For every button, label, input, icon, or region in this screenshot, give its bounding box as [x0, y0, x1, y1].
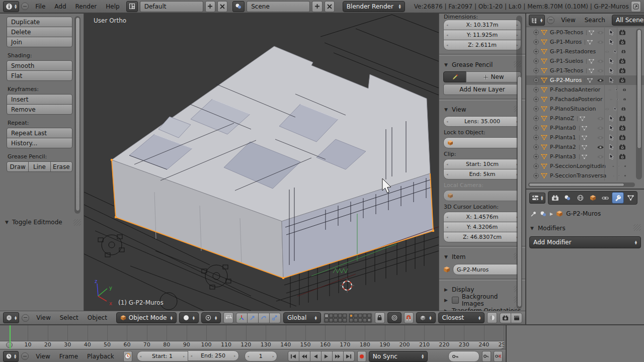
view-panel-header[interactable]: ▼ View [443, 104, 521, 115]
toolshelf-button-erase[interactable]: Erase [50, 161, 72, 172]
layers-grid-2[interactable] [349, 314, 371, 322]
item-panel-header[interactable]: ▼ Item [443, 251, 521, 262]
visibility-eye-icon[interactable] [608, 87, 612, 93]
expand-icon[interactable] [533, 144, 539, 150]
visibility-eye-icon[interactable] [597, 116, 604, 121]
outliner-row[interactable]: G-P1-Techos [526, 66, 644, 75]
timeline-menu-playback[interactable]: Playback [83, 353, 119, 360]
outliner-row[interactable]: P-Planta1 [526, 133, 644, 142]
grease-pencil-panel-header[interactable]: ▼ Grease Pencil [443, 59, 521, 70]
outliner-item-label[interactable]: P-FachadaPosterior [550, 96, 603, 103]
render-engine-dropdown[interactable]: Blender Render▲▼ [343, 1, 405, 12]
toolshelf-button-remove[interactable]: Remove [7, 104, 72, 115]
scene-icon[interactable] [540, 211, 547, 217]
visibility-eye-icon[interactable] [605, 49, 609, 54]
grease-pencil-draw-mode-button[interactable] [443, 71, 466, 82]
expand-icon[interactable] [533, 49, 539, 54]
renderable-camera-icon[interactable] [619, 154, 626, 159]
renderable-camera-icon[interactable] [619, 144, 626, 150]
scene-icon-button[interactable] [232, 1, 245, 12]
renderable-camera-icon[interactable] [623, 97, 626, 102]
editor-type-selector[interactable]: ▲▼ [3, 351, 19, 362]
outliner-item-label[interactable]: P-Planta2 [550, 144, 576, 150]
jump-to-end-button[interactable] [343, 351, 355, 361]
viewport-3d-scene[interactable]: z y x [84, 14, 439, 311]
toolshelf-button-repeatlast[interactable]: Repeat Last [7, 128, 72, 138]
expand-icon[interactable] [533, 106, 539, 112]
outliner-row[interactable]: G-P2-Muros [526, 75, 644, 85]
current-frame-field[interactable]: 1 [245, 351, 277, 361]
renderable-camera-icon[interactable] [619, 135, 626, 140]
scale-manipulator-button[interactable] [269, 313, 281, 323]
expand-icon[interactable] [533, 77, 539, 83]
background-images-panel-header[interactable]: ▶ Background Images [443, 295, 521, 305]
tab-object[interactable] [587, 192, 599, 204]
pulldown-collapse-icon[interactable] [21, 3, 29, 10]
editor-type-selector[interactable]: ▲▼ [529, 193, 545, 204]
play-reverse-button[interactable] [310, 351, 321, 361]
selectable-arrow-icon[interactable] [608, 58, 614, 64]
visibility-eye-icon[interactable] [597, 59, 604, 64]
dimension-z-field[interactable]: Z: 2.611m [443, 40, 521, 50]
visibility-eye-icon[interactable] [597, 78, 604, 83]
outliner-menu-view[interactable]: View [556, 17, 580, 24]
timeline-menu-view[interactable]: View [31, 353, 54, 360]
expand-icon[interactable] [533, 125, 539, 131]
display-scope-dropdown[interactable]: All Scenes▲▼ [612, 15, 644, 26]
clip-end-field[interactable]: End: 5km [443, 169, 521, 179]
outliner-item-label[interactable]: P-Planta0 [550, 125, 576, 131]
selectable-arrow-icon[interactable] [608, 153, 614, 160]
expand-icon[interactable] [533, 68, 539, 73]
pivot-point-dropdown[interactable]: ▲▼ [201, 312, 221, 323]
visibility-eye-icon[interactable] [597, 40, 604, 45]
outliner-item-label[interactable]: P-FachadaAnterior [550, 86, 600, 93]
selectable-arrow-icon[interactable] [608, 29, 614, 36]
viewport-menu-object[interactable]: Object [83, 314, 112, 321]
visibility-eye-icon[interactable] [613, 173, 614, 178]
outliner-row[interactable]: P-PlanoZ [526, 114, 644, 123]
selectable-arrow-icon[interactable] [608, 39, 614, 45]
outliner-row[interactable]: G-P1-Suelos [526, 56, 644, 66]
visibility-eye-icon[interactable] [612, 164, 614, 169]
viewport-menu-view[interactable]: View [32, 314, 55, 321]
delete-layout-button[interactable] [217, 1, 227, 12]
layers-grid-1[interactable] [325, 314, 347, 322]
expand-icon[interactable] [533, 30, 539, 35]
visibility-eye-icon[interactable] [597, 154, 604, 159]
toolshelf-button-line[interactable]: Line [28, 161, 50, 172]
renderable-camera-icon[interactable] [621, 106, 626, 112]
add-layout-button[interactable] [205, 1, 215, 12]
background-images-checkbox[interactable] [452, 297, 459, 304]
add-modifier-dropdown[interactable]: Add Modifier▲▼ [529, 236, 641, 248]
outliner-item-label[interactable]: P-Planta1 [550, 134, 576, 141]
outliner-item-label[interactable]: P-SeccionTransversa [550, 172, 606, 179]
insert-keyframe-button[interactable] [482, 351, 491, 362]
viewport-shading-dropdown[interactable]: ▲▼ [179, 312, 199, 323]
outliner-row[interactable]: P-SeccionLongitudin [526, 161, 644, 171]
outliner-item-label[interactable]: G-P1-Muros [550, 39, 582, 45]
proportional-edit-dropdown[interactable] [387, 312, 401, 323]
panel-grip[interactable] [633, 224, 641, 231]
pulldown-collapse-icon[interactable] [21, 352, 29, 360]
transform-orientation-dropdown[interactable]: Global▲▼ [283, 312, 321, 323]
toolshelf-button-duplicate[interactable]: Duplicate [7, 17, 72, 27]
menu-add[interactable]: Add [50, 3, 70, 10]
lock-object-field[interactable] [443, 137, 521, 148]
grease-pencil-new-button[interactable]: New [466, 71, 521, 82]
outliner-hscrollbar[interactable] [528, 183, 635, 187]
tab-scene[interactable] [561, 192, 574, 204]
timeline-menu-frame[interactable]: Frame [55, 353, 83, 360]
sync-dropdown[interactable]: No Sync▲▼ [369, 351, 428, 362]
item-name-field[interactable]: G-P2-Muros [453, 264, 521, 275]
visibility-eye-icon[interactable] [610, 97, 613, 102]
selectable-arrow-icon[interactable] [608, 67, 614, 74]
outliner-row[interactable]: P-FachadaPosterior [526, 95, 644, 104]
outliner-menu-search[interactable]: Search [580, 17, 610, 24]
mode-dropdown[interactable]: Object Mode ▲▼ [116, 312, 177, 323]
screen-layout-field[interactable]: Default [140, 1, 203, 12]
pulldown-collapse-icon[interactable] [547, 17, 554, 24]
outliner-row[interactable]: P-PlanoSituacion [526, 104, 644, 114]
selectable-arrow-icon[interactable] [618, 163, 620, 169]
outliner-item-label[interactable]: P-PlanoZ [550, 115, 574, 122]
next-keyframe-button[interactable] [332, 351, 344, 361]
